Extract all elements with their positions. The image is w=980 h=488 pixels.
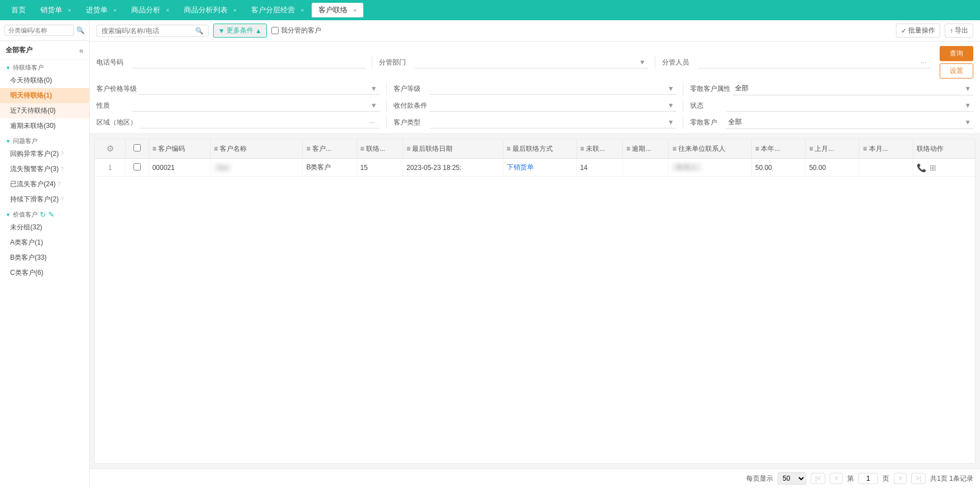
filter-person-select[interactable]: ··· [698, 57, 931, 68]
filter-status-select[interactable]: ▼ [726, 100, 973, 112]
section-pending-contact: 待联络客户 [0, 60, 89, 73]
query-button[interactable]: 查询 [940, 46, 973, 61]
row-year-sales: 50.00 [751, 159, 805, 177]
filter-region-label: 区域（地区） [96, 118, 137, 127]
retail-customer-chevron-icon: ▼ [964, 118, 971, 126]
filter-row-2: 客户价格等级 ▼ 客户等级 ▼ 零散客户属性 [96, 82, 973, 95]
filter-region-select[interactable]: ··· [139, 117, 380, 128]
region-ellipsis-icon[interactable]: ··· [367, 118, 377, 126]
filter-customer-type-select[interactable]: ▼ [429, 117, 677, 128]
more-conditions-button[interactable]: ▼ 更多条件 ▲ [213, 24, 267, 38]
close-product-analysis-icon[interactable]: × [166, 7, 169, 13]
select-all-checkbox[interactable] [133, 144, 141, 151]
th-name[interactable]: ≡ 客户名称 [210, 139, 303, 159]
nav-home[interactable]: 首页 [4, 3, 33, 17]
table-settings-icon[interactable]: ⚙ [107, 144, 114, 153]
row-this-month [859, 159, 913, 177]
sidebar-item-churn-warning[interactable]: 流失预警客户(3) ? [0, 162, 89, 177]
th-last-month[interactable]: ≡ 上月... [806, 139, 859, 159]
filter-dept-label: 分管部门 [379, 58, 413, 67]
my-customers-checkbox-wrap[interactable]: 我分管的客户 [271, 26, 321, 35]
sidebar-all-customers[interactable]: 全部客户 « [0, 41, 89, 60]
th-last-way[interactable]: ≡ 最后联络方式 [503, 139, 576, 159]
nav-product-analysis-list[interactable]: 商品分析列表 × [177, 3, 243, 17]
nav-purchase[interactable]: 进货单 × [79, 3, 123, 17]
per-page-select[interactable]: 50 20 100 [778, 472, 806, 485]
filter-price-grade-select[interactable]: ▼ [139, 83, 380, 95]
th-overdue[interactable]: ≡ 逾期... [623, 139, 669, 159]
person-ellipsis-icon[interactable]: ··· [918, 58, 928, 66]
sidebar: 🔍 全部客户 « 待联络客户 今天待联络(0) 明天待联络(1) 近7天待联络(… [0, 20, 90, 488]
sidebar-search-icon[interactable]: 🔍 [76, 26, 85, 34]
close-customer-stratification-icon[interactable]: × [301, 7, 304, 13]
batch-button[interactable]: ✓ 批量操作 [896, 24, 940, 38]
search-input[interactable] [101, 27, 195, 35]
prev-page-button[interactable]: < [830, 473, 843, 484]
filter-person: 分管人员 ··· [662, 57, 931, 68]
row-name: Ea [210, 159, 303, 177]
sidebar-item-churned[interactable]: 已流失客户(24) ? [0, 177, 89, 192]
edit-icon[interactable]: ✎ [48, 210, 54, 219]
dept-chevron-icon: ▼ [639, 58, 646, 66]
sidebar-item-overdue-contact[interactable]: 逾期未联络(30) [0, 118, 89, 133]
row-contact: 15 [357, 159, 403, 177]
last-page-button[interactable]: >| [911, 473, 926, 484]
sidebar-collapse-icon[interactable]: « [79, 46, 84, 55]
sidebar-item-today-contact[interactable]: 今天待联络(0) [0, 73, 89, 88]
divider5 [386, 99, 387, 112]
nav-sales[interactable]: 销货单 × [34, 3, 78, 17]
my-customers-checkbox[interactable] [271, 27, 279, 34]
sidebar-search-input[interactable] [4, 25, 74, 36]
sidebar-item-7days-contact[interactable]: 近7天待联络(0) [0, 103, 89, 118]
page-input[interactable] [858, 473, 878, 484]
first-page-button[interactable]: |< [811, 473, 825, 484]
last-way-link[interactable]: 下销货单 [507, 163, 534, 171]
filter-payment-select[interactable]: ▼ [429, 100, 677, 112]
phone-action-icon[interactable]: 📞 [917, 163, 926, 172]
th-contact[interactable]: ≡ 联络... [357, 139, 403, 159]
close-customer-contact-icon[interactable]: × [353, 7, 357, 13]
sidebar-item-ungrouped[interactable]: 未分组(32) [0, 220, 89, 235]
row-last-way[interactable]: 下销货单 [503, 159, 576, 177]
sidebar-item-a-class[interactable]: A类客户(1) [0, 235, 89, 250]
export-button[interactable]: ↑ 导出 [945, 24, 973, 38]
th-uncontact[interactable]: ≡ 未联... [576, 139, 622, 159]
th-checkbox[interactable] [126, 139, 149, 159]
sidebar-item-repurchase-anomaly[interactable]: 回购异常客户(2) ? [0, 146, 89, 162]
search-icon[interactable]: 🔍 [195, 27, 204, 35]
th-last-date[interactable]: ≡ 最后联络日期 [403, 139, 503, 159]
close-purchase-icon[interactable]: × [113, 7, 117, 13]
filter-payment-label: 收付款条件 [394, 101, 427, 111]
sidebar-item-declining[interactable]: 持续下滑客户(2) ? [0, 192, 89, 207]
sidebar-item-tomorrow-contact[interactable]: 明天待联络(1) [0, 88, 89, 103]
th-liaison[interactable]: ≡ 往来单位联系人 [669, 139, 752, 159]
row-checkbox-cell[interactable] [126, 159, 149, 177]
setting-button[interactable]: 设置 [940, 63, 973, 79]
sidebar-item-c-class[interactable]: C类客户(6) [0, 265, 89, 280]
filter-retail-customer-select[interactable]: 全部 ▼ [726, 116, 973, 129]
th-settings[interactable]: ⚙ [95, 139, 126, 159]
divider6 [683, 99, 683, 112]
pagination: 每页显示 50 20 100 |< < 第 页 > >| 共1页 1条记录 [90, 468, 980, 488]
row-checkbox[interactable] [133, 163, 141, 171]
nav-product-analysis[interactable]: 商品分析 × [124, 3, 176, 17]
filter-phone-input[interactable] [132, 57, 365, 68]
th-year-sales[interactable]: ≡ 本年... [751, 139, 805, 159]
nav-customer-stratification[interactable]: 客户分层经营 × [244, 3, 311, 17]
next-page-button[interactable]: > [894, 473, 907, 484]
nav-customer-contact[interactable]: 客户联络 × [312, 3, 363, 17]
filter-dept-select[interactable]: ▼ [415, 57, 648, 68]
refresh-icon[interactable]: ↻ [40, 210, 46, 219]
sidebar-item-b-class[interactable]: B类客户(33) [0, 250, 89, 265]
th-code[interactable]: ≡ 客户编码 [149, 139, 210, 159]
filter-nature-select[interactable]: ▼ [132, 100, 380, 112]
filter-customer-grade-select[interactable]: ▼ [429, 83, 677, 95]
th-this-month[interactable]: ≡ 本月... [859, 139, 913, 159]
filter-retail-attr-select[interactable]: 全部 ▼ [733, 82, 973, 95]
grid-action-icon[interactable]: ⊞ [930, 163, 936, 172]
close-sales-icon[interactable]: × [68, 7, 71, 13]
close-product-analysis-list-icon[interactable]: × [233, 7, 237, 13]
th-type[interactable]: ≡ 客户... [303, 139, 357, 159]
divider8 [683, 116, 683, 129]
page-label: 第 [847, 474, 854, 484]
